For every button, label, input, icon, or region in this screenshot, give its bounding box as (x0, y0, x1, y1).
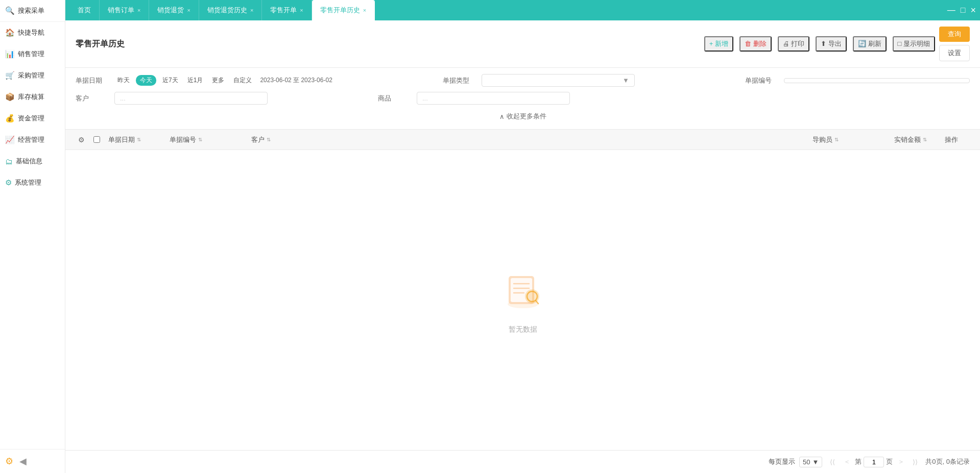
display-button[interactable]: □ 显示明细 (893, 36, 935, 52)
th-number[interactable]: 单据编号 ⇅ (165, 135, 247, 144)
tab-sales-return-history-label: 销货退货历史 (207, 6, 247, 15)
column-settings-icon[interactable]: ⚙ (74, 136, 89, 144)
page-header: 零售开单历史 + 新增 🗑 删除 🖨 打印 ⬆ 导出 🔄 刷新 □ 显示明细 查… (65, 20, 980, 68)
total-info: 共0页, 0条记录 (925, 457, 970, 466)
sort-number-icon: ⇅ (198, 137, 202, 142)
page-size-value: 50 (803, 458, 810, 466)
sidebar-item-label: 销售管理 (18, 49, 44, 59)
tab-bar: 首页 销售订单 × 销货退货 × 销货退货历史 × 零售开单 × 零售开单历史 … (65, 0, 980, 20)
th-customer[interactable]: 客户 ⇅ (247, 135, 808, 144)
sort-guide-icon: ⇅ (834, 137, 839, 142)
sidebar-item-sales-mgmt[interactable]: 📊 销售管理 (0, 43, 65, 65)
collapse-sidebar-icon[interactable]: ◀ (19, 456, 27, 467)
minimize-button[interactable]: — (947, 6, 955, 15)
th-guide-label: 导购员 (812, 135, 832, 144)
tab-sales-order-close[interactable]: × (137, 7, 140, 13)
th-amount[interactable]: 实销金额 ⇅ (870, 135, 931, 144)
tab-retail-history[interactable]: 零售开单历史 × (312, 0, 375, 20)
sidebar-search[interactable]: 🔍 搜索采单 (0, 0, 65, 22)
sidebar-search-label: 搜索采单 (18, 6, 44, 15)
action-buttons: 查询 设置 (939, 27, 970, 61)
th-guide[interactable]: 导购员 ⇅ (808, 135, 870, 144)
last-page-button[interactable]: ⟩⟩ (909, 456, 921, 468)
sidebar-item-quick-nav[interactable]: 🏠 快捷导航 (0, 22, 65, 43)
first-page-button[interactable]: ⟨⟨ (826, 456, 839, 468)
sidebar-item-operations[interactable]: 📈 经营管理 (0, 129, 65, 151)
date-range-display: 2023-06-02 至 2023-06-02 (260, 76, 332, 85)
filter-area: 单据日期 昨天 今天 近7天 近1月 更多 自定义 2023-06-02 至 2… (65, 68, 980, 130)
tab-sales-return-history[interactable]: 销货退货历史 × (199, 0, 262, 20)
tab-retail-open[interactable]: 零售开单 × (262, 0, 312, 20)
number-input[interactable] (784, 78, 970, 83)
home-icon: 🏠 (5, 28, 15, 37)
sidebar-item-basics[interactable]: 🗂 基础信息 (0, 151, 65, 172)
toolbar: + 新增 🗑 删除 🖨 打印 ⬆ 导出 🔄 刷新 □ 显示明细 (704, 36, 935, 52)
sidebar-item-purchase-mgmt[interactable]: 🛒 采购管理 (0, 65, 65, 86)
folder-icon: 🗂 (5, 157, 13, 166)
page-title: 零售开单历史 (76, 39, 125, 49)
tab-retail-open-close[interactable]: × (300, 7, 303, 13)
table-header: ⚙ 单据日期 ⇅ 单据编号 ⇅ 客户 ⇅ 导购员 ⇅ 实销金额 ⇅ (65, 130, 980, 150)
filter-row-1: 单据日期 昨天 今天 近7天 近1月 更多 自定义 2023-06-02 至 2… (76, 74, 970, 87)
sidebar-bottom: ⚙ ◀ (0, 449, 65, 473)
type-select-arrow: ▼ (623, 77, 629, 84)
type-filter-label: 单据类型 (443, 76, 473, 85)
page-label: 第 (855, 457, 862, 466)
page-size-arrow: ▼ (812, 458, 819, 466)
settings-button[interactable]: 设置 (939, 45, 970, 61)
refresh-button[interactable]: 🔄 刷新 (853, 36, 887, 52)
table-area: ⚙ 单据日期 ⇅ 单据编号 ⇅ 客户 ⇅ 导购员 ⇅ 实销金额 ⇅ (65, 130, 980, 473)
collapse-row: ∧ 收起更多条件 (76, 110, 970, 123)
date-opt-more[interactable]: 更多 (209, 75, 227, 86)
query-button[interactable]: 查询 (939, 27, 970, 42)
sidebar-item-inventory[interactable]: 📦 库存核算 (0, 86, 65, 108)
sidebar-item-label: 系统管理 (15, 178, 41, 187)
current-page-input[interactable] (864, 457, 884, 467)
search-icon: 🔍 (5, 6, 15, 15)
sidebar-item-label: 资金管理 (18, 114, 44, 123)
sidebar-item-finance[interactable]: 💰 资金管理 (0, 108, 65, 129)
th-operation: 操作 (931, 135, 972, 144)
settings-icon[interactable]: ⚙ (5, 456, 13, 467)
date-opt-custom[interactable]: 自定义 (230, 75, 255, 86)
th-operation-label: 操作 (945, 135, 958, 144)
tab-sales-return[interactable]: 销货退货 × (149, 0, 199, 20)
tab-sales-order[interactable]: 销售订单 × (100, 0, 149, 20)
add-button[interactable]: + 新增 (704, 36, 733, 52)
page-size-select[interactable]: 50 ▼ (799, 457, 822, 467)
empty-icon (497, 266, 548, 317)
sidebar-item-system[interactable]: ⚙ 系统管理 (0, 172, 65, 193)
date-opt-today[interactable]: 今天 (136, 75, 156, 86)
th-customer-label: 客户 (251, 135, 265, 144)
select-all-checkbox[interactable] (89, 136, 104, 143)
page-nav: ⟨⟨ ＜ 第 页 ＞ ⟩⟩ (826, 456, 921, 468)
customer-input-dots: ... (120, 94, 126, 102)
tab-retail-history-close[interactable]: × (363, 7, 366, 13)
checkbox-all[interactable] (93, 136, 100, 143)
filter-row-2: 客户 ... 商品 ... (76, 92, 970, 105)
next-page-button[interactable]: ＞ (895, 456, 907, 468)
tab-sales-return-close[interactable]: × (187, 7, 190, 13)
product-input[interactable]: ... (417, 92, 570, 105)
date-opt-yesterday[interactable]: 昨天 (114, 75, 133, 86)
customer-input[interactable]: ... (114, 92, 268, 105)
tab-home[interactable]: 首页 (69, 0, 100, 20)
delete-button[interactable]: 🗑 删除 (739, 36, 772, 52)
tab-retail-history-label: 零售开单历史 (320, 6, 360, 15)
print-button[interactable]: 🖨 打印 (778, 36, 810, 52)
date-opt-7days[interactable]: 近7天 (159, 75, 181, 86)
window-controls: — □ × (947, 5, 976, 16)
per-page-label: 每页显示 (769, 457, 795, 466)
box-icon: 📦 (5, 92, 15, 102)
date-opt-1month[interactable]: 近1月 (184, 75, 206, 86)
sidebar: 🔍 搜索采单 🏠 快捷导航 📊 销售管理 🛒 采购管理 📦 库存核算 💰 资金管… (0, 0, 65, 473)
prev-page-button[interactable]: ＜ (841, 456, 853, 468)
th-date[interactable]: 单据日期 ⇅ (104, 135, 165, 144)
pagination: 每页显示 50 ▼ ⟨⟨ ＜ 第 页 ＞ ⟩⟩ 共0页, 0条记录 (65, 450, 980, 473)
tab-sales-return-history-close[interactable]: × (250, 7, 253, 13)
collapse-button[interactable]: ∧ 收起更多条件 (493, 110, 553, 123)
close-button[interactable]: × (970, 5, 976, 16)
maximize-button[interactable]: □ (961, 6, 966, 15)
export-button[interactable]: ⬆ 导出 (816, 36, 847, 52)
type-select[interactable]: ▼ (482, 74, 635, 87)
